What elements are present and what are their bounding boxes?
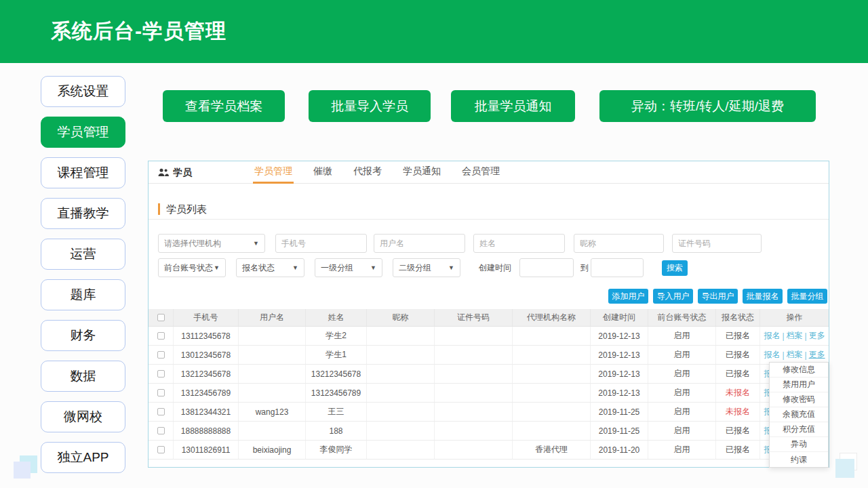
sidebar-item-app[interactable]: 独立APP [41,442,125,473]
action-link[interactable]: 档案 [787,330,803,342]
row-checkbox[interactable] [157,351,165,359]
export-user-button[interactable]: 导出用户 [698,289,738,304]
agency-select[interactable]: 请选择代理机构▼ [158,234,265,253]
cell-nickname [367,441,435,459]
add-user-button[interactable]: 添加用户 [608,289,648,304]
cell-phone: 13011826911 [174,441,239,459]
cell-phone: 13212345678 [174,365,239,383]
column-header: 姓名 [306,309,367,326]
change-ops-button[interactable]: 异动：转班/转人/延期/退费 [599,90,816,122]
group2-select[interactable]: 二级分组▼ [393,258,460,277]
import-user-button[interactable]: 导入用户 [653,289,693,304]
action-link[interactable]: 更多 [809,330,825,342]
menu-item-balance-topup[interactable]: 余额充值 [770,407,828,422]
cell-signup-status: 已报名 [716,365,760,383]
batch-import-button[interactable]: 批量导入学员 [309,90,431,122]
nick-input[interactable] [574,234,664,253]
table-row: 13011826911beixiaojing李俊同学香港代理2019-11-20… [149,441,829,460]
table-row: 13123456789131234567892019-12-13启用未报名报名|… [149,384,829,403]
table-row: 13212345678132123456782019-12-13启用已报名报名|… [149,365,829,384]
row-checkbox[interactable] [157,427,165,434]
sidebar-item-finance[interactable]: 财务 [41,320,125,351]
action-link[interactable]: 报名 [764,330,780,342]
chevron-down-icon: ▼ [253,240,259,247]
tab-payment-remind[interactable]: 催缴 [312,161,334,184]
cell-username [239,346,306,364]
view-archives-button[interactable]: 查看学员档案 [163,90,285,122]
username-input[interactable] [374,234,465,253]
column-header: 昵称 [367,309,435,326]
action-link[interactable]: 更多 [809,349,825,361]
cell-id_number [435,403,513,421]
batch-signup-button[interactable]: 批量报名 [743,289,783,304]
created-from-input[interactable] [519,258,574,277]
sidebar-item-question-bank[interactable]: 题库 [41,279,125,310]
select-all-checkbox[interactable] [157,314,165,321]
phone-input[interactable] [275,234,367,253]
tab-proxy-exam[interactable]: 代报考 [352,161,383,184]
cell-agency [513,327,591,345]
batch-notify-button[interactable]: 批量学员通知 [451,90,575,122]
column-header: 证件号码 [435,309,513,326]
cell-nickname [367,422,435,440]
idno-input[interactable] [672,234,762,253]
column-header: 手机号 [174,309,239,326]
group2-select-value: 二级分组 [399,262,431,274]
group1-select[interactable]: 一级分组▼ [315,258,382,277]
cell-account_status: 启用 [648,384,716,402]
menu-item-disable-user[interactable]: 禁用用户 [770,378,828,392]
menu-item-points-topup[interactable]: 积分充值 [770,422,828,437]
student-panel: 学员 学员管理催缴代报考学员通知会员管理 学员列表 创建时间 到 搜索 请选择代… [148,161,829,468]
row-checkbox[interactable] [157,408,165,415]
section-head: 学员列表 [149,202,829,220]
cell-phone: 18888888888 [174,422,239,440]
cell-created: 2019-11-25 [591,403,648,421]
cell-nickname [367,346,435,364]
cell-username [239,384,306,402]
row-checkbox[interactable] [157,446,165,453]
acct-select[interactable]: 前台账号状态▼ [158,258,226,277]
row-checkbox-cell [149,403,174,421]
cell-phone: 13123456789 [174,384,239,402]
link-separator: | [805,331,807,341]
to-label: 到 [580,258,589,277]
sidebar-item-students[interactable]: 学员管理 [41,117,125,148]
signup-select[interactable]: 报名状态▼ [236,258,304,277]
cell-name: 学生1 [306,346,367,364]
cell-signup-status: 已报名 [716,327,760,345]
tab-student-notice[interactable]: 学员通知 [401,161,442,184]
action-link[interactable]: 档案 [787,349,803,361]
menu-item-book-lesson[interactable]: 约课 [770,452,828,467]
created-to-input[interactable] [591,258,644,277]
row-checkbox[interactable] [157,389,165,396]
cell-name: 188 [306,422,367,440]
sidebar-item-operation[interactable]: 运营 [41,239,125,270]
sidebar-item-courses[interactable]: 课程管理 [41,157,125,188]
cell-actions: 报名|档案|更多 [760,327,829,345]
agency-select-value: 请选择代理机构 [164,238,221,249]
sidebar-item-data[interactable]: 数据 [41,361,125,392]
cell-id_number [435,422,513,440]
menu-item-change-password[interactable]: 修改密码 [770,392,828,407]
sidebar-item-settings[interactable]: 系统设置 [41,76,125,107]
tab-student-mgmt[interactable]: 学员管理 [253,161,294,184]
name-input[interactable] [473,234,565,253]
batch-group-button[interactable]: 批量分组 [787,289,827,304]
sidebar-item-wechat-school[interactable]: 微网校 [41,401,125,432]
menu-item-change-op[interactable]: 异动 [770,437,828,452]
table-row: 13812344321wang123王三2019-11-25启用未报名报名|档案… [149,403,829,422]
cell-created: 2019-11-20 [591,441,648,459]
cell-actions: 报名|档案|更多 [760,346,829,364]
cell-username [239,422,306,440]
row-checkbox[interactable] [157,370,165,378]
group1-select-value: 一级分组 [321,262,353,274]
cell-name: 13212345678 [306,365,367,383]
tab-member-mgmt[interactable]: 会员管理 [460,161,501,184]
cell-nickname [367,384,435,402]
action-link[interactable]: 报名 [764,349,780,361]
cell-username [239,365,306,383]
search-button[interactable]: 搜索 [662,260,688,276]
sidebar-item-live[interactable]: 直播教学 [41,198,125,229]
menu-item-edit-info[interactable]: 修改信息 [770,363,828,378]
row-checkbox[interactable] [157,332,165,340]
